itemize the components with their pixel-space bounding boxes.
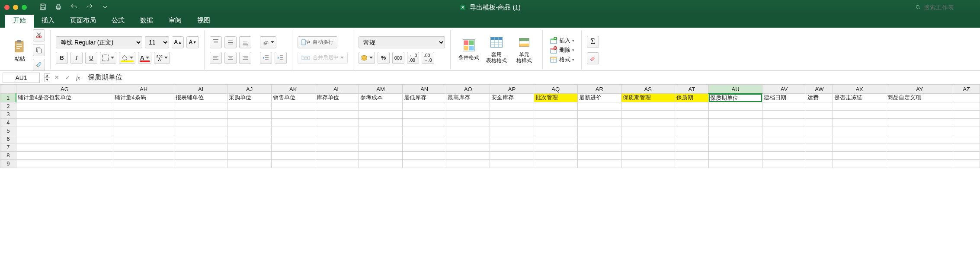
cell-AR9[interactable] xyxy=(577,159,621,168)
row-header-3[interactable]: 3 xyxy=(0,110,16,118)
cell-AW4[interactable] xyxy=(806,118,833,127)
cell-AL4[interactable] xyxy=(315,118,359,127)
cell-AV2[interactable] xyxy=(762,102,806,110)
cell-AN8[interactable] xyxy=(403,151,446,159)
decrease-indent-button[interactable] xyxy=(260,52,272,64)
cell-AT9[interactable] xyxy=(675,159,709,168)
merge-center-button[interactable]: 合并后居中 xyxy=(298,52,348,64)
cell-AV9[interactable] xyxy=(762,159,806,168)
cell-AW1[interactable]: 运费 xyxy=(806,94,833,102)
accounting-format-button[interactable] xyxy=(359,52,375,64)
cell-AU5[interactable] xyxy=(709,127,762,135)
font-color-button[interactable]: A xyxy=(138,52,151,64)
cell-AR4[interactable] xyxy=(577,118,621,127)
fx-icon[interactable]: fx xyxy=(76,74,80,81)
name-box-stepper[interactable]: ▲▼ xyxy=(44,73,50,82)
cell-AZ2[interactable] xyxy=(953,102,980,110)
cell-AV4[interactable] xyxy=(762,118,806,127)
cell-AQ6[interactable] xyxy=(534,135,577,143)
cell-AJ3[interactable] xyxy=(227,110,271,118)
increase-font-button[interactable]: A▲ xyxy=(172,36,184,48)
cell-AM6[interactable] xyxy=(359,135,402,143)
cell-AG2[interactable] xyxy=(16,102,113,110)
col-header-AQ[interactable]: AQ xyxy=(534,85,577,94)
cell-AQ2[interactable] xyxy=(534,102,577,110)
col-header-AU[interactable]: AU xyxy=(709,85,762,94)
copy-button[interactable] xyxy=(33,44,45,56)
save-icon[interactable] xyxy=(39,3,47,12)
cell-AW2[interactable] xyxy=(806,102,833,110)
undo-icon[interactable] xyxy=(70,3,78,12)
col-header-AK[interactable]: AK xyxy=(271,85,315,94)
formula-input[interactable]: 保质期单位 xyxy=(84,73,977,82)
align-bottom-button[interactable] xyxy=(239,36,251,48)
row-header-1[interactable]: 1 xyxy=(0,94,16,102)
col-header-AW[interactable]: AW xyxy=(806,85,833,94)
row-header-5[interactable]: 5 xyxy=(0,127,16,135)
cell-AS8[interactable] xyxy=(621,151,675,159)
tab-formulas[interactable]: 公式 xyxy=(104,14,132,28)
spreadsheet-grid[interactable]: AGAHAIAJAKALAMANAOAPAQARASATAUAVAWAXAYAZ… xyxy=(0,85,980,168)
cell-AS9[interactable] xyxy=(621,159,675,168)
row-header-6[interactable]: 6 xyxy=(0,135,16,143)
cell-AO1[interactable]: 最高库存 xyxy=(446,94,490,102)
cell-AZ1[interactable] xyxy=(953,94,980,102)
cell-AZ5[interactable] xyxy=(953,127,980,135)
cell-AV1[interactable]: 建档日期 xyxy=(762,94,806,102)
cell-AO9[interactable] xyxy=(446,159,490,168)
col-header-AT[interactable]: AT xyxy=(675,85,709,94)
cell-AY2[interactable] xyxy=(886,102,953,110)
cell-AQ1[interactable]: 批次管理 xyxy=(534,94,577,102)
cell-AO6[interactable] xyxy=(446,135,490,143)
cell-AG9[interactable] xyxy=(16,159,113,168)
enter-formula-icon[interactable]: ✓ xyxy=(65,74,70,81)
align-right-button[interactable] xyxy=(239,52,251,64)
cell-AX4[interactable] xyxy=(833,118,886,127)
cell-AQ5[interactable] xyxy=(534,127,577,135)
cell-AR2[interactable] xyxy=(577,102,621,110)
tab-insert[interactable]: 插入 xyxy=(34,14,62,28)
autosum-button[interactable]: Σ xyxy=(587,36,599,48)
cell-AM4[interactable] xyxy=(359,118,402,127)
cell-AS1[interactable]: 保质期管理 xyxy=(621,94,675,102)
cell-AL3[interactable] xyxy=(315,110,359,118)
cell-AU1[interactable]: 保质期单位 xyxy=(709,94,762,102)
cell-AV7[interactable] xyxy=(762,143,806,151)
cell-AT3[interactable] xyxy=(675,110,709,118)
col-header-AG[interactable]: AG xyxy=(16,85,113,94)
cell-AP2[interactable] xyxy=(490,102,534,110)
cell-AQ7[interactable] xyxy=(534,143,577,151)
cell-AS4[interactable] xyxy=(621,118,675,127)
cell-AI2[interactable] xyxy=(174,102,227,110)
cell-AZ8[interactable] xyxy=(953,151,980,159)
number-format-select[interactable]: 常规 xyxy=(359,36,445,48)
cell-AI6[interactable] xyxy=(174,135,227,143)
cell-AS5[interactable] xyxy=(621,127,675,135)
cell-AR6[interactable] xyxy=(577,135,621,143)
cell-AK4[interactable] xyxy=(271,118,315,127)
col-header-AH[interactable]: AH xyxy=(113,85,174,94)
percent-format-button[interactable]: % xyxy=(378,52,390,64)
cell-AT6[interactable] xyxy=(675,135,709,143)
cell-AP1[interactable]: 安全库存 xyxy=(490,94,534,102)
cell-AO5[interactable] xyxy=(446,127,490,135)
clear-button[interactable] xyxy=(587,52,599,64)
col-header-AI[interactable]: AI xyxy=(174,85,227,94)
cell-AR8[interactable] xyxy=(577,151,621,159)
cell-AY7[interactable] xyxy=(886,143,953,151)
align-middle-button[interactable] xyxy=(224,36,237,48)
cell-AM1[interactable]: 参考成本 xyxy=(359,94,402,102)
cell-AP4[interactable] xyxy=(490,118,534,127)
paste-button[interactable]: 粘贴 xyxy=(10,35,30,65)
comma-format-button[interactable]: 000 xyxy=(392,52,404,64)
cell-AY3[interactable] xyxy=(886,110,953,118)
search-input[interactable] xyxy=(924,4,976,11)
col-header-AP[interactable]: AP xyxy=(490,85,534,94)
cell-AI8[interactable] xyxy=(174,151,227,159)
font-size-select[interactable]: 11 xyxy=(145,36,169,48)
cell-AH1[interactable]: 辅计量4条码 xyxy=(113,94,174,102)
search-box[interactable] xyxy=(915,4,976,11)
cell-AU6[interactable] xyxy=(709,135,762,143)
cell-AG6[interactable] xyxy=(16,135,113,143)
name-box[interactable]: AU1 xyxy=(3,73,40,83)
